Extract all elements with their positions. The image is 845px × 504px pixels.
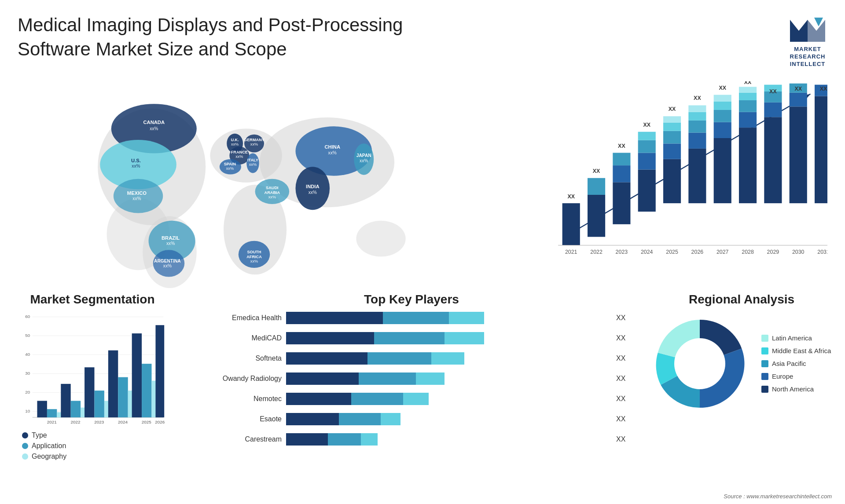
svg-rect-103 (764, 102, 782, 117)
svg-text:GERMANY: GERMANY (244, 138, 265, 142)
legend-app-label: Application (32, 442, 66, 450)
svg-rect-166 (351, 393, 403, 405)
svg-rect-155 (449, 312, 484, 324)
bar-chart-svg: XX 2021 XX 2022 XX 2023 XX 2024 (537, 81, 827, 270)
legend-europe-color (761, 373, 768, 380)
legend-app: Application (22, 442, 176, 450)
svg-rect-167 (403, 393, 429, 405)
svg-rect-161 (431, 352, 464, 365)
legend-north-america-color (761, 386, 768, 393)
svg-text:xx%: xx% (309, 190, 317, 194)
segmentation-legend: Type Application Geography (22, 431, 176, 460)
legend-north-america-label: North America (772, 385, 814, 393)
svg-rect-164 (416, 373, 445, 385)
svg-text:2022: 2022 (70, 419, 80, 424)
segmentation-title: Market Segmentation (9, 292, 176, 307)
regional-section: Regional Analysis (647, 292, 836, 468)
svg-text:JAPAN: JAPAN (356, 153, 371, 157)
svg-rect-97 (739, 100, 757, 112)
legend-asia-pacific-color (761, 360, 768, 367)
svg-rect-102 (764, 117, 782, 203)
svg-text:xx%: xx% (249, 162, 257, 167)
svg-text:XX: XX (744, 81, 752, 85)
player-value: XX (616, 375, 629, 383)
svg-text:ARABIA: ARABIA (265, 190, 280, 194)
svg-text:AFRICA: AFRICA (246, 254, 262, 259)
bar-chart-section: XX 2021 XX 2022 XX 2023 XX 2024 (528, 77, 836, 288)
player-row: Owandy Radiology XX (194, 372, 629, 386)
svg-rect-168 (286, 413, 339, 425)
legend-type-label: Type (32, 431, 47, 439)
svg-text:10: 10 (25, 409, 30, 413)
svg-text:BRAZIL: BRAZIL (162, 235, 180, 240)
svg-text:xx%: xx% (166, 241, 175, 246)
svg-text:2026: 2026 (691, 248, 704, 255)
svg-rect-90 (714, 110, 731, 122)
legend-latin-america-color (761, 335, 768, 342)
svg-text:xx%: xx% (250, 259, 258, 263)
player-value: XX (616, 435, 629, 443)
legend-asia-pacific-label: Asia Pacific (772, 360, 806, 367)
svg-rect-96 (739, 112, 757, 127)
svg-rect-91 (714, 102, 731, 110)
legend-geo-label: Geography (32, 453, 66, 460)
player-name: Softneta (194, 354, 282, 362)
svg-text:xx%: xx% (268, 194, 276, 199)
svg-text:60: 60 (25, 314, 30, 319)
player-value: XX (616, 334, 629, 342)
svg-text:2025: 2025 (666, 248, 678, 255)
svg-marker-1 (808, 20, 825, 42)
legend-latin-america: Latin America (761, 334, 831, 342)
player-value: XX (616, 354, 629, 362)
svg-rect-108 (790, 106, 807, 203)
svg-rect-77 (663, 122, 681, 131)
legend-asia-pacific: Asia Pacific (761, 360, 831, 367)
player-value: XX (616, 314, 629, 322)
legend-type-dot (22, 432, 28, 438)
legend-middle-east-label: Middle East & Africa (772, 347, 831, 354)
svg-rect-69 (638, 153, 656, 169)
legend-geo: Geography (22, 453, 176, 460)
svg-rect-88 (714, 138, 731, 203)
svg-rect-171 (286, 433, 328, 446)
svg-text:40: 40 (25, 352, 30, 357)
legend-middle-east: Middle East & Africa (761, 347, 831, 354)
header: Medical Imaging Displays and Post-Proces… (0, 0, 845, 77)
regional-title: Regional Analysis (647, 292, 836, 307)
svg-text:2021: 2021 (47, 419, 57, 424)
svg-rect-162 (286, 373, 359, 385)
legend-north-america: North America (761, 385, 831, 393)
page-title: Medical Imaging Displays and Post-Proces… (18, 13, 414, 61)
players-section: Top Key Players Emedica Health XX MediCA… (185, 292, 638, 468)
svg-text:XX: XX (643, 122, 650, 128)
svg-text:XX: XX (794, 86, 802, 92)
svg-rect-143 (108, 350, 118, 417)
players-title: Top Key Players (185, 292, 638, 307)
svg-rect-74 (663, 159, 681, 203)
svg-rect-95 (739, 128, 757, 203)
svg-rect-76 (663, 131, 681, 143)
svg-text:xx%: xx% (360, 158, 368, 163)
svg-text:2029: 2029 (767, 248, 779, 255)
svg-rect-139 (84, 367, 94, 417)
players-table: Emedica Health XX MediCAD (185, 311, 638, 446)
legend-geo-dot (22, 453, 28, 460)
world-map-svg: CANADA xx% U.S. xx% MEXICO xx% BRAZIL xx… (9, 77, 519, 288)
svg-rect-172 (328, 433, 361, 446)
player-value: XX (616, 395, 629, 403)
bar-2022-l2 (588, 178, 605, 194)
svg-text:XX: XX (567, 193, 575, 199)
svg-text:2027: 2027 (716, 248, 729, 255)
svg-rect-99 (739, 87, 757, 92)
svg-text:xx%: xx% (132, 196, 141, 201)
legend-app-dot (22, 443, 28, 449)
svg-rect-170 (381, 413, 400, 425)
svg-rect-92 (714, 95, 731, 101)
svg-text:xx%: xx% (235, 154, 243, 159)
svg-rect-82 (688, 132, 706, 148)
svg-text:XX: XX (669, 106, 676, 112)
donut-chart (647, 311, 753, 416)
player-name: Emedica Health (194, 314, 282, 322)
logo-icon (788, 13, 827, 44)
svg-rect-75 (663, 143, 681, 159)
